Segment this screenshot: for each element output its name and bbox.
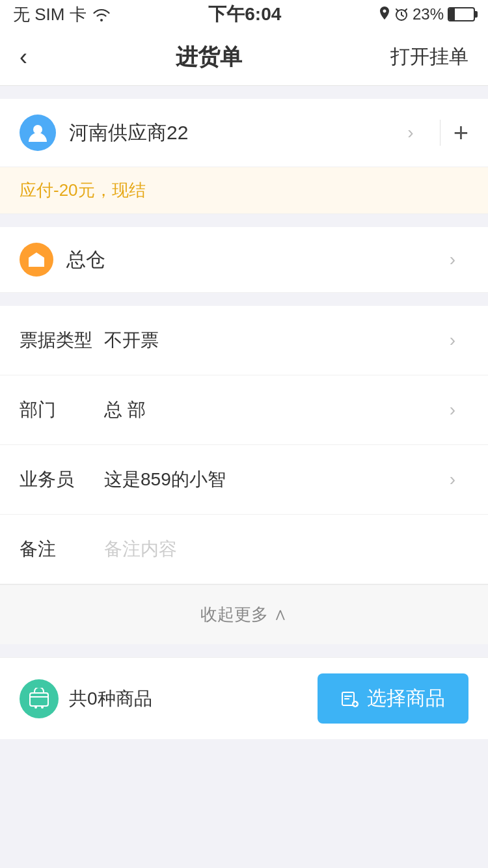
svg-point-4 [34,706,37,709]
status-left: 无 SIM 卡 [13,3,111,26]
nav-bar: ‹ 进货单 打开挂单 [0,29,488,86]
gap-1 [0,214,488,227]
department-value: 总 部 [104,398,450,422]
invoice-type-value: 不开票 [104,328,450,353]
bottom-bar: 共0种商品 选择商品 [0,657,488,739]
status-right: 23% [379,5,475,23]
open-pending-button[interactable]: 打开挂单 [390,44,468,70]
form-section: 票据类型 不开票 › 部门 总 部 › 业务员 这是859的小智 › 备注 备注… [0,306,488,644]
department-label: 部门 [20,398,104,422]
alarm-icon [394,7,409,22]
warehouse-row[interactable]: 总仓 › [0,227,488,293]
svg-point-5 [41,706,44,709]
salesman-label: 业务员 [20,467,104,492]
location-icon [379,7,390,22]
wifi-icon [92,7,111,21]
invoice-type-chevron-icon: › [450,330,455,351]
warehouse-name: 总仓 [66,247,450,273]
svg-rect-2 [33,262,40,267]
goods-icon-wrap [20,679,59,718]
department-chevron-icon: › [450,400,455,420]
goods-count: 共0种商品 [69,686,152,711]
salesman-row[interactable]: 业务员 这是859的小智 › [0,445,488,515]
empty-area [0,739,488,868]
remark-label: 备注 [20,537,104,562]
cart-icon [28,688,50,710]
person-icon [26,121,49,144]
supplier-chevron-icon: › [407,122,413,143]
select-goods-label: 选择商品 [367,685,445,712]
remark-row[interactable]: 备注 备注内容 [0,515,488,584]
top-gap [0,86,488,99]
notice-text: 应付-20元，现结 [20,180,146,200]
status-time: 下午6:04 [208,2,281,27]
select-goods-icon [341,690,359,708]
page-title: 进货单 [176,42,242,72]
collapse-label: 收起更多 ∧ [200,603,287,626]
battery-icon [448,7,475,21]
supplier-section: 河南供应商22 › + 应付-20元，现结 [0,99,488,214]
battery-percent: 23% [413,5,444,23]
svg-point-1 [33,125,42,134]
carrier-label: 无 SIM 卡 [13,3,87,26]
status-bar: 无 SIM 卡 下午6:04 23% [0,0,488,29]
supplier-avatar [20,115,56,151]
salesman-chevron-icon: › [450,469,455,490]
warehouse-icon [27,250,46,269]
svg-rect-3 [30,693,48,706]
invoice-type-row[interactable]: 票据类型 不开票 › [0,306,488,375]
select-goods-button[interactable]: 选择商品 [318,673,468,724]
warehouse-icon-wrap [20,243,53,277]
invoice-type-label: 票据类型 [20,328,104,353]
supplier-row[interactable]: 河南供应商22 › + [0,99,488,167]
warehouse-chevron-icon: › [450,249,455,270]
add-supplier-button[interactable]: + [454,118,468,148]
department-row[interactable]: 部门 总 部 › [0,375,488,445]
remark-input[interactable]: 备注内容 [104,537,468,562]
supplier-name: 河南供应商22 [69,120,407,146]
goods-info: 共0种商品 [20,679,152,718]
vertical-divider [440,120,441,146]
salesman-value: 这是859的小智 [104,467,450,492]
back-button[interactable]: ‹ [20,44,27,71]
collapse-row[interactable]: 收起更多 ∧ [0,584,488,644]
notice-banner: 应付-20元，现结 [0,167,488,214]
warehouse-section: 总仓 › [0,227,488,293]
